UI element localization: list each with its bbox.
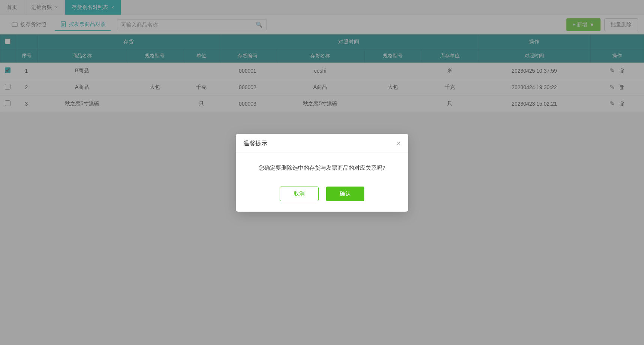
modal-overlay: 温馨提示 × 您确定要删除选中的存货与发票商品的对应关系吗? 取消 确认 [0, 0, 644, 112]
